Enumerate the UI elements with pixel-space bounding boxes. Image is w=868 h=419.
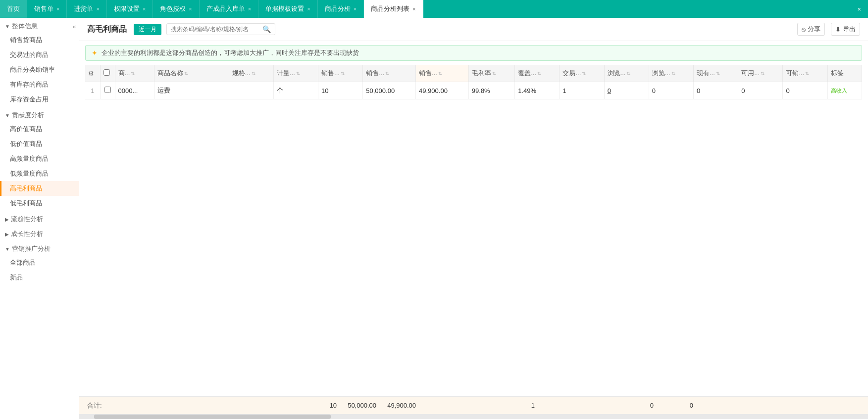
- time-filter-button[interactable]: 近一月: [134, 24, 161, 35]
- sort-icon-available[interactable]: ⇅: [761, 71, 765, 76]
- sidebar-item-in-stock[interactable]: 有库存的商品: [0, 77, 79, 92]
- close-permissions-tab[interactable]: ×: [143, 6, 146, 12]
- page-title: 高毛利商品: [87, 24, 127, 35]
- sidebar-item-low-freq[interactable]: 低频量度商品: [0, 166, 79, 181]
- close-window-button[interactable]: ×: [850, 0, 868, 18]
- col-sales1: 销售... ⇅: [318, 65, 363, 82]
- row-sales1: 10: [318, 82, 363, 99]
- data-table: ⚙ 商... ⇅: [85, 65, 862, 99]
- sidebar-group-overall[interactable]: ▼ 整体信息: [0, 18, 79, 33]
- horizontal-scrollbar[interactable]: [79, 414, 868, 419]
- sidebar-group-contribution[interactable]: ▼ 贡献度分析: [0, 107, 79, 122]
- row-saleable: 0: [783, 82, 827, 99]
- footer-label: 合计:: [87, 401, 117, 410]
- sidebar-group-growth[interactable]: ▶ 成长性分析: [0, 226, 79, 240]
- footer-transaction: 1: [498, 401, 538, 410]
- nav-template-settings[interactable]: 单据模板设置 ×: [258, 0, 317, 18]
- sort-icon-browse2[interactable]: ⇅: [671, 71, 675, 76]
- footer-sales3: 49,900.00: [379, 401, 419, 410]
- sidebar-item-high-margin[interactable]: 高毛利商品: [0, 181, 79, 196]
- row-gross-rate: 99.8%: [468, 82, 514, 99]
- sidebar-item-low-margin[interactable]: 低毛利商品: [0, 196, 79, 211]
- close-product-inbound-tab[interactable]: ×: [248, 6, 251, 12]
- row-checkbox-cell: [100, 82, 115, 99]
- scrollbar-track: [79, 415, 868, 419]
- sidebar-item-all-goods[interactable]: 全部商品: [0, 255, 79, 270]
- nav-sales[interactable]: 销售单 ×: [27, 0, 67, 18]
- sort-icon-coverage[interactable]: ⇅: [537, 71, 541, 76]
- sidebar-item-high-freq[interactable]: 高频量度商品: [0, 151, 79, 166]
- footer-spacer3: [538, 405, 617, 407]
- col-spec: 规格... ⇅: [229, 65, 273, 82]
- row-num: 1: [85, 82, 100, 99]
- col-coverage: 覆盖... ⇅: [515, 65, 560, 82]
- sort-icon-sales1[interactable]: ⇅: [341, 71, 345, 76]
- nav-product-analysis-list[interactable]: 商品分析列表 ×: [364, 0, 423, 18]
- arrow-down-icon-3: ▼: [5, 246, 10, 252]
- nav-permissions[interactable]: 权限设置 ×: [107, 0, 153, 18]
- footer-saleable: 0: [657, 401, 696, 410]
- select-all-checkbox[interactable]: [103, 69, 110, 76]
- sidebar-item-sales-goods[interactable]: 销售货商品: [0, 33, 79, 47]
- close-purchase-tab[interactable]: ×: [96, 6, 99, 12]
- sidebar-group-trend[interactable]: ▶ 流趋性分析: [0, 211, 79, 226]
- search-icon[interactable]: 🔍: [262, 25, 271, 33]
- sort-icon-saleable[interactable]: ⇅: [805, 71, 809, 76]
- sort-icon-code[interactable]: ⇅: [131, 71, 135, 76]
- close-roles-tab[interactable]: ×: [189, 6, 192, 12]
- close-template-tab[interactable]: ×: [307, 6, 310, 12]
- col-current: 现有... ⇅: [694, 65, 738, 82]
- nav-roles[interactable]: 角色授权 ×: [153, 0, 199, 18]
- table-header-row: ⚙ 商... ⇅: [85, 65, 862, 82]
- footer-sales1: 10: [300, 401, 340, 410]
- sidebar-collapse-button[interactable]: «: [70, 22, 79, 31]
- col-code: 商... ⇅: [115, 65, 154, 82]
- row-available: 0: [738, 82, 783, 99]
- settings-icon[interactable]: ⚙: [88, 70, 94, 77]
- warning-icon: ✦: [92, 49, 98, 57]
- row-browse2: 0: [649, 82, 693, 99]
- close-analysis-tab[interactable]: ×: [354, 6, 357, 12]
- header-actions: ⎋ 分享 ⬇ 导出: [797, 23, 860, 36]
- close-analysis-list-tab[interactable]: ×: [412, 6, 415, 12]
- export-button[interactable]: ⬇ 导出: [831, 23, 860, 36]
- scrollbar-thumb[interactable]: [94, 415, 331, 419]
- sort-icon-browse1[interactable]: ⇅: [626, 71, 630, 76]
- sort-icon-gross-rate[interactable]: ⇅: [492, 71, 496, 76]
- col-browse1: 浏览... ⇅: [604, 65, 649, 82]
- share-icon: ⎋: [802, 26, 806, 33]
- sidebar-item-traded-goods[interactable]: 交易过的商品: [0, 47, 79, 62]
- share-button[interactable]: ⎋ 分享: [797, 23, 825, 36]
- col-gross-rate: 毛利率 ⇅: [468, 65, 514, 82]
- row-transaction: 1: [560, 82, 604, 99]
- sort-icon-transaction[interactable]: ⇅: [582, 71, 586, 76]
- sort-icon-current[interactable]: ⇅: [716, 71, 720, 76]
- row-checkbox[interactable]: [104, 87, 111, 93]
- nav-purchase[interactable]: 进货单 ×: [67, 0, 106, 18]
- sort-icon-sales3[interactable]: ⇅: [438, 71, 442, 76]
- sidebar-item-low-value[interactable]: 低价值商品: [0, 137, 79, 151]
- sidebar-item-category-rate[interactable]: 商品分类助销率: [0, 62, 79, 77]
- content-area: 高毛利商品 近一月 🔍 ⎋ 分享 ⬇ 导出: [79, 18, 868, 419]
- col-unit: 计量... ⇅: [273, 65, 318, 82]
- col-available: 可用... ⇅: [738, 65, 783, 82]
- close-sales-tab[interactable]: ×: [56, 6, 59, 12]
- row-sales2: 50,000.00: [363, 82, 416, 99]
- nav-product-analysis[interactable]: 商品分析 ×: [318, 0, 364, 18]
- footer-values: 10 50,000.00 49,900.00 1 0 0: [117, 401, 860, 410]
- footer-total: 合计: 10 50,000.00 49,900.00 1 0 0: [79, 396, 868, 414]
- sort-icon-spec[interactable]: ⇅: [252, 71, 255, 76]
- search-input[interactable]: [171, 26, 262, 33]
- sort-icon-unit[interactable]: ⇅: [296, 71, 300, 76]
- sidebar-item-new-products[interactable]: 新品: [0, 270, 79, 285]
- nav-product-inbound[interactable]: 产成品入库单 ×: [200, 0, 258, 18]
- row-sales3: 49,900.00: [416, 82, 469, 99]
- search-box: 🔍: [166, 23, 275, 35]
- sidebar-item-high-value[interactable]: 高价值商品: [0, 122, 79, 137]
- sidebar-item-inventory-capital[interactable]: 库存资金占用: [0, 92, 79, 107]
- nav-home[interactable]: 首页: [0, 0, 27, 18]
- sort-icon-name[interactable]: ⇅: [184, 71, 188, 76]
- sort-icon-sales2[interactable]: ⇅: [385, 71, 389, 76]
- sidebar: « ▼ 整体信息 销售货商品 交易过的商品 商品分类助销率 有库存的商品 库存资…: [0, 18, 79, 419]
- sidebar-group-marketing[interactable]: ▼ 营销推广分析: [0, 240, 79, 255]
